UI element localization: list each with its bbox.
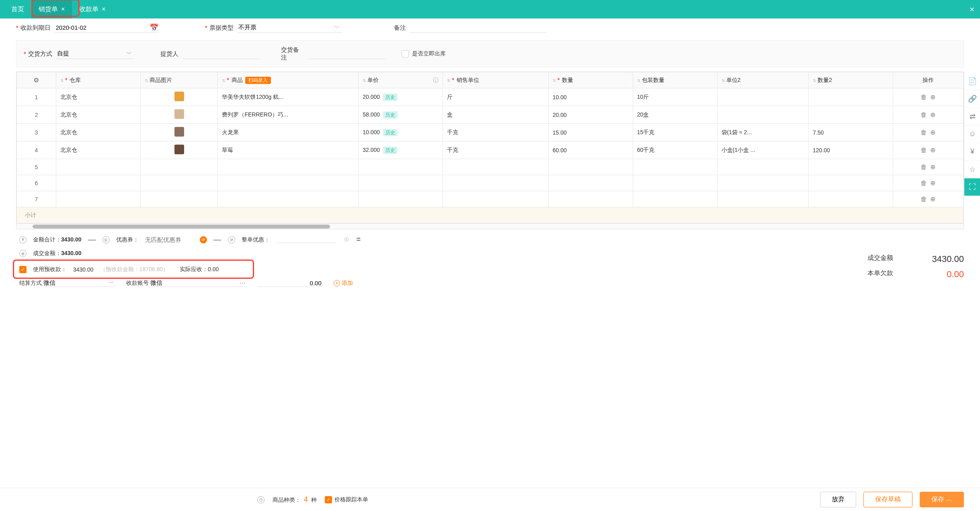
cell-image[interactable]: [140, 191, 217, 207]
col-warehouse[interactable]: ⇅*仓库: [56, 72, 140, 88]
cell-warehouse[interactable]: 北京仓: [56, 106, 140, 124]
cell-warehouse[interactable]: 北京仓: [56, 88, 140, 106]
cell-qty2[interactable]: [809, 191, 893, 207]
delete-icon[interactable]: 🗑: [921, 164, 927, 170]
tab-receipt[interactable]: 收款单×: [72, 0, 113, 18]
add-row-icon[interactable]: ⊕: [930, 147, 935, 153]
cell-warehouse[interactable]: 北京仓: [56, 124, 140, 141]
info-icon[interactable]: ⓘ: [433, 77, 439, 84]
cell-unit[interactable]: 千克: [443, 141, 548, 159]
horizontal-scrollbar[interactable]: [16, 223, 964, 229]
settle-method-select[interactable]: [43, 280, 116, 287]
cell-unit[interactable]: 千克: [443, 124, 548, 141]
cell-product[interactable]: 草莓: [218, 141, 359, 159]
cell-warehouse[interactable]: 北京仓: [56, 141, 140, 159]
dock-money-icon[interactable]: ¥: [964, 143, 980, 161]
picker-input[interactable]: [182, 49, 260, 59]
cell-qty[interactable]: [548, 191, 633, 207]
bill-type-select[interactable]: [238, 22, 342, 33]
info-icon[interactable]: ⓘ: [343, 236, 350, 243]
cell-price[interactable]: [359, 191, 443, 207]
close-icon[interactable]: ×: [61, 6, 65, 13]
table-row[interactable]: 5🗑⊕: [17, 159, 964, 175]
remark-input[interactable]: [410, 22, 547, 33]
cell-pack[interactable]: 15千克: [633, 124, 717, 141]
delete-icon[interactable]: 🗑: [921, 129, 927, 136]
scan-badge[interactable]: 扫码录入: [245, 77, 271, 84]
cell-product[interactable]: 火龙果: [218, 124, 359, 141]
cell-pack[interactable]: [633, 159, 717, 175]
cell-image[interactable]: [140, 141, 217, 159]
chevron-down-icon[interactable]: ﹀: [109, 280, 114, 287]
col-unit2[interactable]: ⇅单位2: [717, 72, 808, 88]
coupon-input[interactable]: [145, 236, 193, 243]
cell-qty2[interactable]: 7.50: [809, 124, 893, 141]
ship-now-checkbox-wrap[interactable]: 是否立即出库: [402, 50, 446, 57]
cell-price[interactable]: 20.000 历史: [359, 88, 443, 106]
cell-image[interactable]: [140, 175, 217, 191]
table-row[interactable]: 3北京仓火龙果10.000 历史千克15.0015千克袋(1袋 ≈ 2...7.…: [17, 124, 964, 141]
cell-image[interactable]: [140, 124, 217, 141]
col-qty2[interactable]: ⇅数量2: [809, 72, 893, 88]
cell-warehouse[interactable]: [56, 159, 140, 175]
delete-icon[interactable]: 🗑: [921, 196, 927, 202]
dock-star-icon[interactable]: ☆: [964, 161, 980, 178]
cell-unit2[interactable]: [717, 159, 808, 175]
cell-price[interactable]: [359, 175, 443, 191]
table-row[interactable]: 6🗑⊕: [17, 175, 964, 191]
cell-qty2[interactable]: [809, 106, 893, 124]
cell-qty[interactable]: 20.00: [548, 106, 633, 124]
cell-pack[interactable]: [633, 175, 717, 191]
gear-icon[interactable]: ⚙: [33, 77, 39, 84]
scrollbar-thumb[interactable]: [33, 225, 330, 229]
chevron-down-icon[interactable]: ﹀: [334, 24, 340, 31]
dock-link-icon[interactable]: 🔗: [964, 90, 980, 108]
cell-unit[interactable]: [443, 159, 548, 175]
cell-product[interactable]: [218, 159, 359, 175]
cell-unit[interactable]: [443, 191, 548, 207]
due-date-input[interactable]: [55, 22, 159, 33]
cell-unit[interactable]: 斤: [443, 88, 548, 106]
cell-price[interactable]: 32.000 历史: [359, 141, 443, 159]
add-row-icon[interactable]: ⊕: [930, 111, 935, 118]
add-settlement-button[interactable]: + 添加: [334, 280, 353, 287]
cell-pack[interactable]: 10斤: [633, 88, 717, 106]
cell-qty2[interactable]: [809, 88, 893, 106]
order-discount-input[interactable]: [276, 237, 336, 243]
history-badge[interactable]: 历史: [383, 147, 398, 154]
col-product[interactable]: ⇅*商品扫码录入: [218, 72, 359, 88]
cell-qty2[interactable]: [809, 159, 893, 175]
cell-qty[interactable]: 60.00: [548, 141, 633, 159]
add-row-icon[interactable]: ⊕: [930, 129, 935, 136]
cell-image[interactable]: [140, 159, 217, 175]
history-badge[interactable]: 历史: [383, 94, 398, 101]
add-row-icon[interactable]: ⊕: [930, 180, 935, 186]
dock-note-icon[interactable]: 📄: [964, 72, 980, 90]
add-row-icon[interactable]: ⊕: [930, 196, 935, 202]
add-row-icon[interactable]: ⊕: [930, 164, 935, 170]
cell-product[interactable]: 华美华夫软饼1200g 糕...: [218, 88, 359, 106]
cell-pack[interactable]: 60千克: [633, 141, 717, 159]
cell-warehouse[interactable]: [56, 175, 140, 191]
cell-warehouse[interactable]: [56, 191, 140, 207]
delete-icon[interactable]: 🗑: [921, 111, 927, 118]
checkbox-checked-icon[interactable]: ✓: [19, 266, 27, 273]
cell-unit2[interactable]: [717, 191, 808, 207]
header-close-icon[interactable]: ×: [970, 5, 974, 14]
cell-product[interactable]: 费列罗（FERRERO）巧...: [218, 106, 359, 124]
cell-image[interactable]: [140, 106, 217, 124]
delete-icon[interactable]: 🗑: [921, 94, 927, 100]
col-price[interactable]: ⇅单价ⓘ: [359, 72, 443, 88]
dock-user-icon[interactable]: ☺: [964, 125, 980, 143]
col-unit[interactable]: ⇅*销售单位: [443, 72, 548, 88]
history-badge[interactable]: 历史: [383, 129, 398, 136]
cell-product[interactable]: [218, 175, 359, 191]
delete-icon[interactable]: 🗑: [921, 180, 927, 186]
cell-price[interactable]: [359, 159, 443, 175]
delivery-method-select[interactable]: [56, 49, 134, 59]
cell-price[interactable]: 10.000 历史: [359, 124, 443, 141]
cell-unit2[interactable]: [717, 88, 808, 106]
tab-sales[interactable]: 销货单×: [31, 0, 72, 18]
cell-image[interactable]: [140, 88, 217, 106]
cell-unit2[interactable]: 袋(1袋 ≈ 2...: [717, 124, 808, 141]
